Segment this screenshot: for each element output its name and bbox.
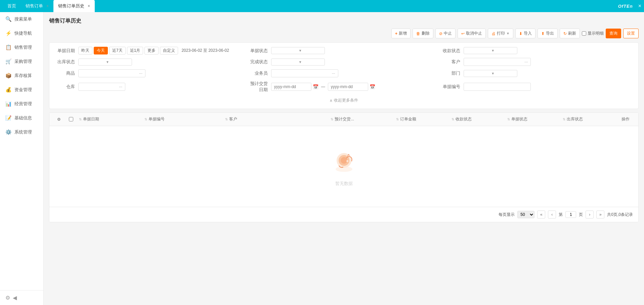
- complete-status-label: 完成状态: [248, 59, 271, 65]
- pay-status-arrow: ▼: [491, 49, 514, 52]
- refresh-button[interactable]: ↻ 刷新: [560, 29, 580, 38]
- finance-icon: 💰: [5, 87, 12, 93]
- print-button[interactable]: 🖨 打印 ▼: [488, 29, 513, 38]
- pay-status-select[interactable]: ▼: [464, 47, 517, 54]
- th-number[interactable]: ⇅ 单据编号: [142, 116, 222, 122]
- main-layout: 🔍 搜索菜单 ⚡ 快捷导航 📋 销售管理 🛒 采购管理 📦 库存核算 💰 资金管…: [0, 12, 644, 305]
- delivery-date-to[interactable]: [328, 83, 368, 91]
- tab-sales-order[interactable]: 销售订单 ×: [21, 0, 53, 12]
- th-date[interactable]: ⇅ 单据日期: [76, 116, 142, 122]
- delete-button[interactable]: 🗑 删除: [413, 29, 433, 38]
- brand-label: OfTEn: [618, 4, 633, 9]
- first-page-btn[interactable]: «: [537, 211, 545, 219]
- th-settings[interactable]: ⚙: [52, 117, 66, 122]
- warehouse-input[interactable]: ···: [78, 83, 125, 91]
- date-calendar-to[interactable]: 📅: [370, 84, 375, 89]
- dept-select[interactable]: ▼: [464, 70, 517, 77]
- date-btn-today[interactable]: 今天: [94, 47, 108, 54]
- filter-row-1: 单据日期 昨天 今天 近7天 近1月: [55, 47, 633, 54]
- stop-icon: ⊘: [439, 31, 442, 36]
- refresh-icon: ↻: [563, 31, 567, 36]
- pagination-bar: 每页显示 50 10 20 100 « ‹ 第 页 ›: [49, 207, 638, 222]
- date-btn-more[interactable]: 更多: [144, 47, 159, 54]
- bill-number-input[interactable]: [464, 83, 531, 91]
- svg-point-4: [346, 160, 348, 162]
- add-button[interactable]: + 新增: [391, 29, 411, 38]
- date-btn-week[interactable]: 近7天: [109, 47, 126, 54]
- page-number-input[interactable]: [565, 211, 576, 218]
- inventory-icon: 📦: [5, 73, 12, 79]
- customer-control: ···: [464, 58, 633, 66]
- sidebar-item-sales-mgmt[interactable]: 📋 销售管理: [0, 40, 43, 54]
- sidebar-item-sys-mgmt[interactable]: ⚙️ 系统管理: [0, 125, 43, 139]
- data-table: ⚙ ⇅ 单据日期 ⇅ 单据编号 ⇅ 客户 ⇅: [49, 112, 639, 222]
- stop-button[interactable]: ⊘ 中止: [435, 29, 456, 38]
- export-button[interactable]: ⬆ 导出: [538, 29, 558, 38]
- dept-control: ▼: [464, 70, 633, 77]
- out-status-select[interactable]: ▼: [78, 59, 132, 66]
- warehouse-dots: ···: [119, 84, 122, 89]
- th-bill-status[interactable]: ⇅ 单据状态: [505, 116, 560, 122]
- table-header: ⚙ ⇅ 单据日期 ⇅ 单据编号 ⇅ 客户 ⇅: [49, 113, 638, 126]
- last-page-btn[interactable]: »: [596, 211, 604, 219]
- th-checkbox[interactable]: [66, 117, 76, 121]
- show-detail-checkbox[interactable]: 显示明细: [582, 31, 604, 36]
- close-tab-sales-order[interactable]: ×: [46, 4, 49, 8]
- date-calendar-from[interactable]: 📅: [313, 84, 318, 89]
- import-button[interactable]: ⬇ 导入: [515, 29, 535, 38]
- query-button[interactable]: 查询: [606, 29, 621, 38]
- complete-status-select[interactable]: ▼: [271, 59, 325, 66]
- date-btn-month[interactable]: 近1月: [127, 47, 143, 54]
- customer-dots: ···: [524, 60, 528, 64]
- sidebar-collapse-icon[interactable]: ◀: [13, 295, 17, 301]
- export-icon: ⬆: [541, 31, 545, 36]
- close-tab-sales-history[interactable]: ×: [88, 4, 90, 8]
- tab-home[interactable]: 首页: [3, 0, 21, 12]
- close-all-btn[interactable]: ×: [638, 3, 641, 9]
- sidebar-item-purchase-mgmt[interactable]: 🛒 采购管理: [0, 54, 43, 69]
- delivery-date-label: 预计交货日期: [248, 81, 271, 93]
- goods-input[interactable]: ···: [78, 69, 145, 77]
- sort-icon-payment: ⇅: [452, 117, 454, 121]
- bill-status-arrow: ▼: [299, 49, 322, 52]
- th-amount[interactable]: ⇅ 订单金额: [393, 116, 449, 122]
- collapse-row[interactable]: ∧ 收起更多条件: [55, 96, 633, 105]
- tab-sales-history[interactable]: 销售订单历史 ×: [53, 0, 95, 12]
- filter-row-4: 仓库 ··· 预计交货日期 📅 — 📅 单据编号: [55, 81, 633, 93]
- sidebar-item-finance[interactable]: 💰 资金管理: [0, 83, 43, 97]
- page-size-select[interactable]: 50 10 20 100: [517, 211, 534, 218]
- sidebar-item-operation[interactable]: 📊 经营管理: [0, 97, 43, 111]
- prev-page-btn[interactable]: ‹: [548, 211, 556, 219]
- pay-status-label: 收款状态: [440, 48, 464, 54]
- goods-dots: ···: [139, 71, 142, 76]
- sidebar-item-inventory[interactable]: 📦 库存核算: [0, 69, 43, 83]
- dept-arrow: ▼: [491, 72, 514, 75]
- basic-info-icon: 📝: [5, 115, 12, 121]
- th-out-status[interactable]: ⇅ 出库状态: [560, 116, 615, 122]
- delivery-date-from[interactable]: [271, 83, 311, 91]
- complete-status-arrow: ▼: [299, 60, 322, 64]
- warehouse-label: 仓库: [55, 84, 78, 90]
- th-payment[interactable]: ⇅ 收款状态: [449, 116, 504, 122]
- select-all-checkbox[interactable]: [69, 117, 73, 121]
- delivery-date-control: 📅 — 📅: [271, 83, 440, 91]
- customer-input[interactable]: ···: [464, 58, 531, 66]
- settings-button[interactable]: 设置: [623, 29, 639, 38]
- next-page-btn[interactable]: ›: [586, 211, 594, 219]
- th-delivery[interactable]: ⇅ 预计交货...: [328, 116, 393, 122]
- bill-status-select[interactable]: ▼: [271, 47, 325, 54]
- th-customer[interactable]: ⇅ 客户: [222, 116, 328, 122]
- sidebar-item-search-menu[interactable]: 🔍 搜索菜单: [0, 12, 43, 26]
- sidebar-item-basic-info[interactable]: 📝 基础信息: [0, 111, 43, 125]
- empty-text: 暂无数据: [335, 181, 353, 187]
- date-btn-custom[interactable]: 自定义: [160, 47, 178, 54]
- sales-mgmt-icon: 📋: [5, 44, 12, 50]
- sidebar-item-quick-nav[interactable]: ⚡ 快捷导航: [0, 26, 43, 40]
- filter-row-3: 商品 ··· 业务员 ··· 部门 ▼: [55, 69, 633, 77]
- show-detail-input[interactable]: [582, 31, 586, 36]
- cancel-stop-button[interactable]: ↩ 取消中止: [458, 29, 486, 38]
- date-btn-yesterday[interactable]: 昨天: [78, 47, 92, 54]
- salesman-input[interactable]: ···: [271, 69, 338, 77]
- date-label: 单据日期: [55, 48, 78, 54]
- sidebar-settings-icon[interactable]: ⚙: [5, 295, 10, 301]
